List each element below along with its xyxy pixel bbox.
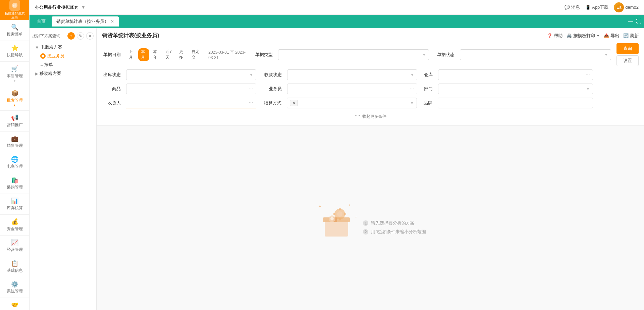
app-download-btn[interactable]: 📱 App下载 bbox=[585, 4, 608, 10]
maximize-btn[interactable]: ⛶ bbox=[636, 18, 641, 24]
dept-field[interactable]: ▼ bbox=[438, 84, 593, 94]
panel-title: 按以下方案查询 bbox=[32, 33, 60, 39]
status-field[interactable]: ▼ bbox=[460, 49, 611, 60]
collapse-conditions-btn[interactable]: ⌃⌃ 收起更多条件 bbox=[102, 112, 639, 121]
sidebar-item-label: 搜索菜单 bbox=[7, 32, 23, 37]
warehouse-field[interactable]: ··· bbox=[438, 69, 593, 80]
chevron-down-icon[interactable]: ▼ bbox=[81, 5, 86, 10]
message-icon: 💬 bbox=[565, 5, 570, 10]
sidebar-item-label: 营销推广 bbox=[7, 122, 23, 128]
filter-row-3: 商品 ··· 业务员 ··· 部门 ▼ bbox=[102, 84, 639, 94]
order-icon: ≡ bbox=[40, 62, 43, 67]
tree-item-by-staff[interactable]: 按业务员 bbox=[32, 52, 94, 60]
sidebar-item-operations[interactable]: 📈 经营管理 bbox=[0, 236, 29, 256]
tree-group-mobile[interactable]: ▶ 移动端方案 bbox=[32, 69, 94, 78]
filter-area: 销货单统计表(按业务员) ❓ 帮助 🖨️ 按模板打印 ▼ 📤 bbox=[97, 28, 644, 126]
sidebar-item-purchase[interactable]: 🛍️ 采购管理 bbox=[0, 173, 29, 194]
tip-num-1: 1 bbox=[363, 220, 368, 226]
tip-label-1: 请先选择要分析的方案 bbox=[371, 220, 415, 226]
sidebar-item-quick[interactable]: ⭐ 快捷导航 bbox=[0, 41, 29, 62]
tab-home[interactable]: 首页 bbox=[32, 16, 50, 27]
tab-sales-stats[interactable]: 销货单统计表（按业务员） ✕ bbox=[52, 16, 119, 27]
staff-more-icon: ··· bbox=[410, 86, 414, 92]
collapse-label: 收起更多条件 bbox=[362, 114, 386, 119]
user-menu[interactable]: Ea demo2 bbox=[614, 2, 639, 12]
pay-status-dropdown-icon: ▼ bbox=[410, 72, 414, 77]
date-btn-this-month[interactable]: 本月 bbox=[138, 48, 149, 61]
brand-field[interactable]: ··· bbox=[438, 98, 593, 108]
edit-scheme-btn[interactable]: ✎ bbox=[77, 32, 84, 40]
sidebar-item-sales[interactable]: 💼 销售管理 bbox=[0, 132, 29, 152]
sidebar-item-marketing[interactable]: 📢 营销推广 bbox=[0, 111, 29, 132]
sidebar-item-basic[interactable]: 📋 基础信息 bbox=[0, 256, 29, 277]
refresh-btn[interactable]: 🔄 刷新 bbox=[623, 33, 639, 39]
logo-icon: 好 bbox=[9, 0, 20, 11]
topbar: 办公用品行业模拟账套 ▼ 💬 消息 📱 App下载 Ea demo2 bbox=[30, 0, 644, 15]
empty-text: 1 请先选择要分析的方案 2 用[过滤]条件来缩小分析范围 bbox=[363, 220, 426, 235]
inventory-icon: 📊 bbox=[11, 197, 18, 205]
sidebar-item-label: 电商管理 bbox=[7, 164, 23, 169]
close-tab-icon[interactable]: ✕ bbox=[111, 19, 114, 24]
tree-group-pc[interactable]: ▼ 电脑端方案 bbox=[32, 43, 94, 52]
pay-status-field[interactable]: ▼ bbox=[287, 69, 417, 80]
page-content: 按以下方案查询 + ✎ « ▼ 电脑端方案 按业务员 ≡ 按单 bbox=[30, 28, 644, 310]
left-panel: 按以下方案查询 + ✎ « ▼ 电脑端方案 按业务员 ≡ 按单 bbox=[30, 28, 97, 310]
purchase-icon: 🛍️ bbox=[11, 176, 18, 184]
page-title-row: 销货单统计表(按业务员) ❓ 帮助 🖨️ 按模板打印 ▼ 📤 bbox=[102, 32, 639, 39]
minimize-btn[interactable]: — bbox=[628, 18, 633, 24]
collapse-panel-btn[interactable]: « bbox=[86, 32, 94, 40]
date-btn-custom[interactable]: 自定义 bbox=[189, 48, 203, 61]
page-actions: ❓ 帮助 🖨️ 按模板打印 ▼ 📤 导出 � bbox=[547, 33, 639, 39]
print-btn[interactable]: 🖨️ 按模板打印 ▼ bbox=[567, 33, 600, 39]
sidebar-item-system[interactable]: ⚙️ 系统管理 bbox=[0, 277, 29, 298]
sidebar-item-inventory[interactable]: 📊 库存核算 bbox=[0, 194, 29, 215]
home-label: 首页 bbox=[37, 18, 46, 24]
settle-clear-tag[interactable]: ✕ bbox=[290, 100, 298, 106]
sidebar-item-ecom[interactable]: 🌐 电商管理 bbox=[0, 152, 29, 173]
collapse-up-icon: ⌃⌃ bbox=[354, 114, 361, 119]
marketing-icon: 📢 bbox=[11, 114, 18, 121]
date-btn-this-year[interactable]: 本年 bbox=[151, 48, 161, 61]
svg-point-13 bbox=[330, 217, 334, 220]
settle-label: 结算方式 bbox=[261, 100, 281, 106]
date-btn-more[interactable]: 更多 bbox=[176, 48, 187, 61]
goods-field[interactable]: ··· bbox=[126, 84, 256, 94]
wholesale-icon: 📦 bbox=[11, 90, 18, 97]
setting-button[interactable]: 设置 bbox=[616, 55, 639, 66]
date-btn-7days[interactable]: 近7天 bbox=[163, 48, 175, 61]
sidebar-item-search[interactable]: 🔍 搜索菜单 bbox=[0, 20, 29, 41]
svg-text:✦: ✦ bbox=[318, 204, 322, 209]
empty-tip-1: 1 请先选择要分析的方案 bbox=[363, 220, 426, 226]
settle-field[interactable]: ✕ ▼ bbox=[287, 98, 417, 108]
search-icon: 🔍 bbox=[11, 23, 18, 31]
help-btn[interactable]: ❓ 帮助 bbox=[547, 33, 562, 39]
export-btn[interactable]: 📤 导出 bbox=[604, 33, 619, 39]
finance-icon: 💰 bbox=[11, 218, 18, 225]
sidebar-item-collab[interactable]: 🤝 企业协同 bbox=[0, 298, 29, 310]
main-area: 办公用品行业模拟账套 ▼ 💬 消息 📱 App下载 Ea demo2 首页 bbox=[30, 0, 644, 310]
sidebar-item-retail[interactable]: 🛒 零售管理 ▼ bbox=[0, 62, 29, 86]
type-field[interactable]: ▼ bbox=[278, 49, 429, 60]
tree-item-by-order[interactable]: ≡ 按单 bbox=[32, 60, 94, 69]
sidebar-item-wholesale[interactable]: 📦 批发管理 ▲ bbox=[0, 86, 29, 111]
sidebar-item-label: 经营管理 bbox=[7, 247, 23, 253]
panel-header-buttons: + ✎ « bbox=[67, 32, 94, 40]
date-btn-last-month[interactable]: 上月 bbox=[126, 48, 137, 61]
svg-text:✦: ✦ bbox=[355, 216, 357, 219]
sidebar-item-finance[interactable]: 💰 资金管理 bbox=[0, 215, 29, 236]
sidebar-item-label: 销售管理 bbox=[7, 143, 23, 149]
goods-more-icon: ··· bbox=[249, 86, 253, 92]
receiver-field[interactable]: ··· bbox=[126, 98, 256, 108]
date-label: 单据日期 bbox=[102, 52, 121, 58]
out-status-label: 出库状态 bbox=[102, 72, 121, 78]
help-label: 帮助 bbox=[554, 33, 562, 39]
print-icon: 🖨️ bbox=[567, 33, 572, 38]
query-button[interactable]: 查询 bbox=[616, 43, 639, 54]
add-scheme-btn[interactable]: + bbox=[67, 32, 75, 40]
message-btn[interactable]: 💬 消息 bbox=[565, 4, 580, 10]
receiver-label: 收货人 bbox=[102, 100, 121, 106]
content-area: ✦ ✦ ✦ 1 请先选择要分析的方案 2 bbox=[97, 126, 644, 310]
out-status-field[interactable]: ▼ bbox=[126, 69, 256, 80]
staff-field[interactable]: ··· bbox=[287, 84, 417, 94]
system-icon: ⚙️ bbox=[11, 280, 18, 288]
